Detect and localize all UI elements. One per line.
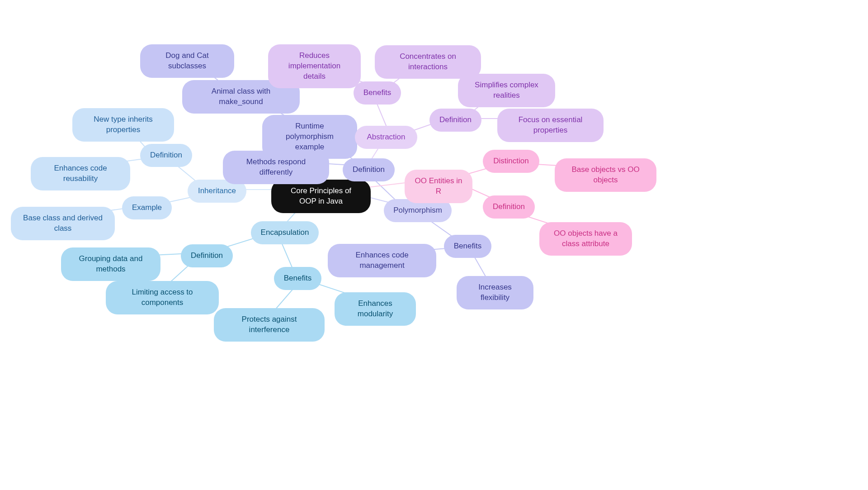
abstraction-definition-node: Definition <box>429 109 481 132</box>
inheritance-definition-a: New type inherits properties <box>72 108 174 142</box>
encapsulation-definition-a: Grouping data and methods <box>61 247 160 281</box>
abstraction-benefits-b: Concentrates on interactions <box>375 45 481 79</box>
polymorphism-example-b: Dog and Cat subclasses <box>140 44 234 78</box>
polymorphism-definition-node: Definition <box>343 158 395 181</box>
encapsulation-benefits-a: Protects against interference <box>214 308 325 342</box>
encapsulation-definition-node: Definition <box>181 244 233 267</box>
polymorphism-example-node: Runtime polymorphism example <box>262 115 357 159</box>
entities-distinction-node: Distinction <box>483 150 539 173</box>
encapsulation-benefits-node: Benefits <box>274 267 321 290</box>
abstraction-benefits-a: Reduces implementation details <box>268 44 361 88</box>
polymorphism-benefits-node: Benefits <box>444 235 491 258</box>
inheritance-example-node: Example <box>122 196 172 219</box>
encapsulation-node: Encapsulation <box>251 221 319 244</box>
polymorphism-benefits-b: Increases flexibility <box>457 276 533 309</box>
inheritance-definition-node: Definition <box>140 144 192 167</box>
polymorphism-benefits-a: Enhances code management <box>328 244 436 277</box>
entities-distinction-a: Base objects vs OO objects <box>555 158 656 192</box>
root-node: Core Principles of OOP in Java <box>271 180 371 213</box>
encapsulation-benefits-b: Enhances modularity <box>335 292 416 326</box>
encapsulation-definition-b: Limiting access to components <box>106 281 219 314</box>
abstraction-definition-b: Simplifies complex realities <box>458 74 555 107</box>
inheritance-example-a: Base class and derived class <box>11 207 115 240</box>
entities-definition-node: Definition <box>483 195 535 219</box>
inheritance-definition-b: Enhances code reusability <box>31 157 130 190</box>
abstraction-benefits-node: Benefits <box>354 81 401 105</box>
entities-node: OO Entities in R <box>405 170 472 203</box>
abstraction-node: Abstraction <box>355 126 417 149</box>
abstraction-definition-a: Focus on essential properties <box>497 109 604 142</box>
entities-definition-a: OO objects have a class attribute <box>539 222 632 256</box>
